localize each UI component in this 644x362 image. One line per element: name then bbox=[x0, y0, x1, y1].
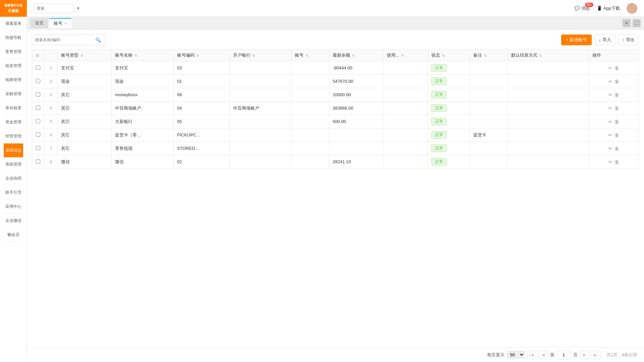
tab-accounts[interactable]: 账号× bbox=[49, 18, 71, 28]
sidebar-item-search-menu[interactable]: 搜索菜单 bbox=[4, 17, 23, 31]
edit-btn[interactable]: ✏ bbox=[608, 92, 612, 98]
col-account-type[interactable]: 账号类型 ⇅ bbox=[58, 50, 112, 61]
sort-notes[interactable]: ⇅ bbox=[484, 54, 487, 57]
edit-btn[interactable]: ✏ bbox=[608, 65, 612, 71]
row-usage bbox=[383, 115, 428, 128]
row-account-no bbox=[291, 75, 329, 88]
sidebar-item-basic-info[interactable]: 基础信息 bbox=[4, 143, 23, 158]
sidebar-item-purchase-mgmt[interactable]: 采购管理 bbox=[4, 87, 23, 101]
col-default-settlement[interactable]: 默认结算方式 ⇅ bbox=[507, 50, 589, 61]
sort-account-name[interactable]: ⇅ bbox=[135, 54, 137, 57]
app-download-btn[interactable]: 📱 App下载 bbox=[597, 5, 620, 11]
status-badge: 正常 bbox=[431, 77, 447, 85]
sort-account-type[interactable]: ⇅ bbox=[80, 54, 83, 57]
col-index bbox=[44, 50, 58, 61]
sidebar-item-system-mgmt[interactable]: 系统管理 bbox=[4, 158, 23, 172]
row-account-no bbox=[291, 102, 329, 115]
sort-status[interactable]: ⇅ bbox=[442, 54, 445, 57]
col-account-code[interactable]: 账号编码 ⇅ bbox=[173, 50, 229, 61]
sidebar-item-retail-mgmt[interactable]: 零售管理 bbox=[4, 45, 23, 59]
tab-fullscreen-btn[interactable]: ⛶ bbox=[633, 19, 641, 27]
row-actions: ✏🗑 bbox=[589, 102, 639, 115]
row-checkbox[interactable] bbox=[36, 132, 40, 137]
sort-bank[interactable]: ⇅ bbox=[252, 54, 255, 57]
edit-btn[interactable]: ✏ bbox=[608, 146, 612, 151]
col-latest-balance[interactable]: 最新余额 ⇅ bbox=[329, 50, 383, 61]
edit-btn[interactable]: ✏ bbox=[608, 119, 612, 124]
avatar[interactable] bbox=[627, 3, 637, 14]
tab-close-all-btn[interactable]: ✕ bbox=[623, 19, 631, 27]
row-latest-balance: 28241.10 bbox=[329, 155, 383, 169]
row-checkbox[interactable] bbox=[36, 65, 40, 70]
row-bank bbox=[229, 88, 291, 102]
last-page-btn[interactable]: ▶| bbox=[592, 351, 600, 359]
row-checkbox[interactable] bbox=[36, 79, 40, 83]
topbar-left: ▾ bbox=[34, 4, 79, 13]
tab-close-accounts[interactable]: × bbox=[64, 21, 67, 25]
delete-btn[interactable]: 🗑 bbox=[614, 92, 619, 98]
edit-btn[interactable]: ✏ bbox=[608, 79, 612, 84]
row-checkbox[interactable] bbox=[36, 146, 40, 150]
sidebar-item-member[interactable]: 畅会员 bbox=[4, 228, 23, 242]
col-account-no[interactable]: 账号 ⇅ bbox=[291, 50, 329, 61]
tab-home[interactable]: 首页 bbox=[30, 18, 48, 28]
edit-btn[interactable]: ✏ bbox=[608, 106, 612, 111]
topbar-dropdown-btn[interactable]: ▾ bbox=[77, 6, 79, 11]
sidebar-item-wholesale-mgmt[interactable]: 批发管理 bbox=[4, 59, 23, 73]
row-account-name: 大新银行 bbox=[112, 115, 173, 128]
row-checkbox[interactable] bbox=[36, 119, 40, 123]
delete-btn[interactable]: 🗑 bbox=[614, 159, 619, 165]
sidebar-item-operations-mgmt[interactable]: 经营管理 bbox=[4, 129, 23, 143]
export-btn[interactable]: ↑ 导出 bbox=[618, 35, 639, 45]
first-page-btn[interactable]: |◀ bbox=[527, 351, 536, 359]
col-status[interactable]: 状态 ⇅ bbox=[428, 50, 470, 61]
import-btn[interactable]: ↓ 导入 bbox=[594, 35, 615, 45]
topbar-right: 💬 消息 99+ 📱 App下载 bbox=[575, 3, 637, 14]
delete-btn[interactable]: 🗑 bbox=[614, 132, 619, 138]
sidebar-item-capital-mgmt[interactable]: 资金管理 bbox=[4, 115, 23, 129]
row-checkbox[interactable] bbox=[36, 106, 40, 110]
row-account-name: 提货卡（零... bbox=[112, 128, 173, 142]
row-checkbox[interactable] bbox=[36, 159, 40, 164]
sidebar-item-inventory-check[interactable]: 库存核算 bbox=[4, 101, 23, 115]
topbar-search-input[interactable] bbox=[34, 4, 74, 13]
sort-balance[interactable]: ⇅ bbox=[352, 54, 355, 57]
row-account-no bbox=[291, 115, 329, 128]
account-search-input[interactable] bbox=[35, 38, 95, 42]
export-icon: ↑ bbox=[623, 38, 625, 43]
delete-btn[interactable]: 🗑 bbox=[614, 119, 619, 124]
delete-btn[interactable]: 🗑 bbox=[614, 106, 619, 111]
col-account-name[interactable]: 账号名称 ⇅ bbox=[112, 50, 173, 61]
table-row: 1支付宝支付宝03-90444.00正常✏🗑 bbox=[32, 61, 639, 75]
next-page-btn[interactable]: ▶ bbox=[580, 351, 589, 359]
prev-page-btn[interactable]: ◀ bbox=[539, 351, 547, 359]
sidebar-item-new-guide[interactable]: 新手引导 bbox=[4, 186, 23, 200]
row-account-type: 其它 bbox=[58, 102, 112, 115]
sidebar-item-app-center[interactable]: 应用中心 bbox=[4, 200, 23, 214]
col-notes[interactable]: 备注 ⇅ bbox=[470, 50, 507, 61]
sidebar-item-quick-nav[interactable]: 快捷导航 bbox=[4, 31, 23, 45]
account-search-icon[interactable]: 🔍 bbox=[95, 37, 101, 43]
settings-icon[interactable]: ⚙ bbox=[36, 53, 40, 58]
sort-settlement[interactable]: ⇅ bbox=[539, 54, 542, 57]
page-input[interactable] bbox=[557, 351, 571, 359]
row-checkbox[interactable] bbox=[36, 92, 40, 97]
sidebar-item-enterprise-wechat[interactable]: 企业微信 bbox=[4, 214, 23, 228]
sidebar-item-ecommerce-mgmt[interactable]: 电商管理 bbox=[4, 73, 23, 87]
message-btn[interactable]: 💬 消息 99+ bbox=[575, 5, 590, 11]
edit-btn[interactable]: ✏ bbox=[608, 159, 612, 165]
col-settings[interactable]: ⚙ bbox=[32, 50, 44, 61]
row-account-code: 02 bbox=[173, 155, 229, 169]
sort-account-no[interactable]: ⇅ bbox=[306, 54, 308, 57]
edit-btn[interactable]: ✏ bbox=[608, 132, 612, 138]
delete-btn[interactable]: 🗑 bbox=[614, 65, 619, 71]
add-account-btn[interactable]: + 新增账号 bbox=[561, 35, 592, 45]
sort-account-code[interactable]: ⇅ bbox=[196, 54, 199, 57]
per-page-select[interactable]: 102050100 bbox=[507, 351, 525, 359]
sidebar-item-enterprise-agreement[interactable]: 企业协同 bbox=[4, 172, 23, 186]
col-usage[interactable]: 使用... ⇅ bbox=[383, 50, 428, 61]
col-bank[interactable]: 开户银行 ⇅ bbox=[229, 50, 291, 61]
delete-btn[interactable]: 🗑 bbox=[614, 79, 619, 84]
sort-usage[interactable]: ⇅ bbox=[401, 54, 404, 57]
delete-btn[interactable]: 🗑 bbox=[614, 146, 619, 151]
